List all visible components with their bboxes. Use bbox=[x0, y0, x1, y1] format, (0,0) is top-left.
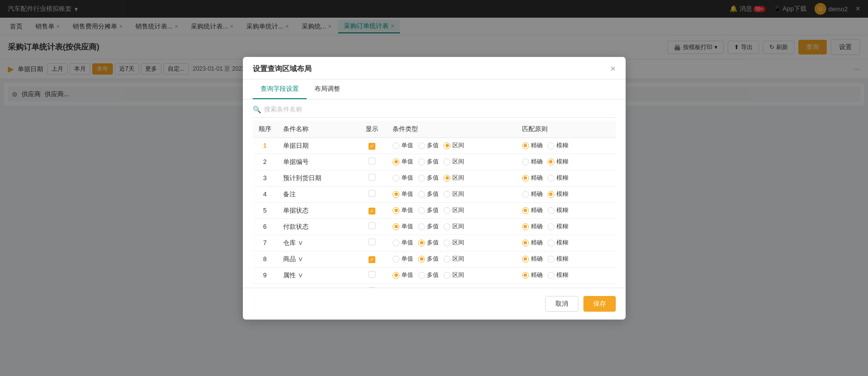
condition-search-box: 🔍 bbox=[253, 106, 616, 110]
modal-title: 设置查询区域布局 bbox=[253, 64, 312, 74]
modal-tab-query-fields[interactable]: 查询字段设置 bbox=[253, 80, 307, 99]
modal-close-button[interactable]: × bbox=[610, 64, 616, 74]
modal-tab-layout[interactable]: 布局调整 bbox=[307, 80, 348, 99]
modal-tab-bar: 查询字段设置 布局调整 bbox=[243, 80, 626, 100]
settings-modal: 设置查询区域布局 × 查询字段设置 布局调整 🔍 顺序 条件名称 bbox=[243, 57, 626, 110]
condition-search-input[interactable] bbox=[264, 106, 362, 109]
modal-overlay: 设置查询区域布局 × 查询字段设置 布局调整 🔍 顺序 条件名称 bbox=[0, 0, 868, 109]
search-icon: 🔍 bbox=[253, 106, 261, 110]
modal-header: 设置查询区域布局 × bbox=[243, 57, 626, 80]
